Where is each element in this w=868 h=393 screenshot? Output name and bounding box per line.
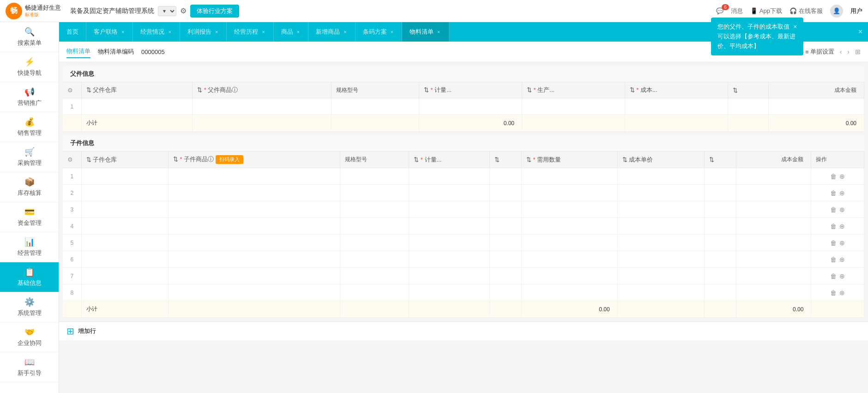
cell-cost[interactable] xyxy=(625,98,728,115)
next-page-button[interactable]: › xyxy=(847,48,850,55)
delete-row-button[interactable]: 🗑 xyxy=(830,239,837,247)
cell-child-qty[interactable] xyxy=(522,168,617,185)
cell-child-goods[interactable] xyxy=(169,168,340,185)
cell-prod[interactable] xyxy=(522,98,625,115)
cell-child-unit-cost[interactable] xyxy=(617,251,705,268)
tab-profit[interactable]: 利润报告 × xyxy=(180,22,227,42)
tab-operations[interactable]: 经营情况 × xyxy=(133,22,180,42)
column-settings-icon[interactable]: ⚙ xyxy=(67,156,73,163)
cell-child-warehouse[interactable] xyxy=(81,201,169,218)
cell-child-extra2[interactable] xyxy=(705,185,736,201)
delete-row-button[interactable]: 🗑 xyxy=(830,272,837,280)
cell-child-unit-cost[interactable] xyxy=(617,201,705,218)
scan-input-button[interactable]: 扫码录入 xyxy=(216,155,243,164)
cell-child-warehouse[interactable] xyxy=(81,284,169,301)
tab-barcode[interactable]: 条码方案 × xyxy=(356,22,402,42)
cell-child-unit[interactable] xyxy=(409,268,490,284)
sidebar-item-guide[interactable]: 📖 新手引导 xyxy=(0,352,59,382)
cell-child-goods[interactable] xyxy=(169,268,340,284)
cell-child-extra2[interactable] xyxy=(705,201,736,218)
cell-extra[interactable] xyxy=(728,98,768,115)
delete-row-button[interactable]: 🗑 xyxy=(830,173,837,180)
cell-child-warehouse[interactable] xyxy=(81,268,169,284)
cell-child-qty[interactable] xyxy=(522,201,617,218)
cell-child-goods[interactable] xyxy=(169,251,340,268)
cell-child-qty[interactable] xyxy=(522,284,617,301)
tab-close-goods[interactable]: × xyxy=(296,29,301,35)
cell-child-extra[interactable] xyxy=(490,268,522,284)
column-settings-icon[interactable]: ⚙ xyxy=(67,87,73,94)
cell-child-extra2[interactable] xyxy=(705,268,736,284)
cell-child-extra2[interactable] xyxy=(705,168,736,185)
delete-row-button[interactable]: 🗑 xyxy=(830,206,837,213)
cell-child-spec[interactable] xyxy=(340,284,409,301)
tab-new-goods[interactable]: 新增商品 × xyxy=(308,22,355,42)
cell-child-unit-cost[interactable] xyxy=(617,168,705,185)
delete-row-button[interactable]: 🗑 xyxy=(830,256,837,263)
sidebar-item-inventory[interactable]: 📦 库存核算 xyxy=(0,172,59,202)
cell-child-qty[interactable] xyxy=(522,185,617,201)
delete-row-button[interactable]: 🗑 xyxy=(830,189,837,197)
cell-child-spec[interactable] xyxy=(340,235,409,251)
cell-child-spec[interactable] xyxy=(340,201,409,218)
tab-close-profit[interactable]: × xyxy=(214,29,219,35)
cell-child-unit-cost[interactable] xyxy=(617,284,705,301)
cell-child-unit[interactable] xyxy=(409,168,490,185)
cell-goods[interactable] xyxy=(193,98,332,115)
cell-child-spec[interactable] xyxy=(340,251,409,268)
cell-child-extra2[interactable] xyxy=(705,251,736,268)
sidebar-item-marketing[interactable]: 📢 营销推广 xyxy=(0,82,59,112)
cell-child-extra[interactable] xyxy=(490,185,522,201)
cell-child-qty[interactable] xyxy=(522,251,617,268)
cell-child-goods[interactable] xyxy=(169,185,340,201)
cell-child-extra[interactable] xyxy=(490,168,522,185)
tab-history[interactable]: 经营历程 × xyxy=(227,22,273,42)
cell-warehouse[interactable] xyxy=(81,98,193,115)
tab-close-barcode[interactable]: × xyxy=(390,29,394,35)
cell-child-goods[interactable] xyxy=(169,218,340,235)
cell-child-unit[interactable] xyxy=(409,284,490,301)
sidebar-item-sales[interactable]: 💰 销售管理 xyxy=(0,112,59,142)
single-settings-btn[interactable]: ≡ 单据设置 xyxy=(805,48,834,56)
copy-row-button[interactable]: ⊕ xyxy=(839,189,845,197)
cell-spec[interactable] xyxy=(331,98,419,115)
cell-child-unit-cost[interactable] xyxy=(617,185,705,201)
avatar[interactable]: 👤 xyxy=(830,5,843,18)
cell-child-qty[interactable] xyxy=(522,218,617,235)
cell-child-extra[interactable] xyxy=(490,235,522,251)
cell-child-warehouse[interactable] xyxy=(81,185,169,201)
sidebar-item-search[interactable]: 🔍 搜索菜单 xyxy=(0,22,59,52)
cell-child-warehouse[interactable] xyxy=(81,251,169,268)
cell-child-goods[interactable] xyxy=(169,201,340,218)
copy-row-button[interactable]: ⊕ xyxy=(839,206,845,213)
sidebar-item-purchase[interactable]: 🛒 采购管理 xyxy=(0,142,59,172)
cell-child-unit[interactable] xyxy=(409,218,490,235)
copy-row-button[interactable]: ⊕ xyxy=(839,272,845,280)
sidebar-item-system[interactable]: ⚙️ 系统管理 xyxy=(0,292,59,322)
copy-row-button[interactable]: ⊕ xyxy=(839,173,845,180)
tab-material[interactable]: 物料清单 × xyxy=(402,22,449,42)
cell-child-warehouse[interactable] xyxy=(81,218,169,235)
online-service-button[interactable]: 🎧 在线客服 xyxy=(790,7,823,15)
cell-child-unit-cost[interactable] xyxy=(617,235,705,251)
sidebar-item-enterprise[interactable]: 🤝 企业协同 xyxy=(0,322,59,352)
cell-child-warehouse[interactable] xyxy=(81,235,169,251)
cell-child-qty[interactable] xyxy=(522,235,617,251)
cell-child-unit-cost[interactable] xyxy=(617,268,705,284)
tab-goods[interactable]: 商品 × xyxy=(274,22,308,42)
tab-close-customer[interactable]: × xyxy=(121,29,125,35)
sidebar-item-finance[interactable]: 💳 资金管理 xyxy=(0,202,59,232)
cell-child-spec[interactable] xyxy=(340,218,409,235)
settings-icon[interactable]: ⚙ xyxy=(180,6,187,15)
trial-button[interactable]: 体验行业方案 xyxy=(190,5,239,18)
cell-child-spec[interactable] xyxy=(340,268,409,284)
tab-home[interactable]: 首页 xyxy=(59,22,86,42)
cell-child-extra[interactable] xyxy=(490,218,522,235)
cell-child-extra2[interactable] xyxy=(705,235,736,251)
tab-close-history[interactable]: × xyxy=(261,29,265,35)
copy-row-button[interactable]: ⊕ xyxy=(839,239,845,247)
delete-row-button[interactable]: 🗑 xyxy=(830,223,837,230)
cell-child-unit-cost[interactable] xyxy=(617,218,705,235)
app-download-button[interactable]: 📱 App下载 xyxy=(750,7,782,15)
expand-button[interactable]: ⊞ xyxy=(855,48,861,55)
